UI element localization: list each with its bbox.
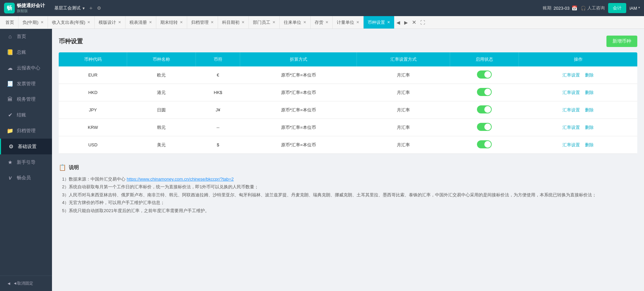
tab-close-icon[interactable]: ✕ — [87, 20, 90, 25]
currency-table: 币种代码 币种名称 币符 折算方式 汇率设置方式 启用状态 操作 EUR 欧元 … — [59, 52, 637, 154]
sidebar-item-settings[interactable]: ⚙ 基础设置 — [0, 139, 52, 154]
checkout-icon: ✔ — [7, 112, 13, 118]
tab-taxbook[interactable]: 税表清册 ✕ — [125, 16, 156, 29]
rate-setting-link[interactable]: 汇率设置 — [562, 72, 580, 78]
sidebar-item-ledger[interactable]: 📒 总账 — [0, 44, 52, 60]
notes-item: 5）系统只能自动抓取2021年度后的汇率，之前年度汇率需要用户手工维护。 — [59, 207, 637, 214]
new-currency-button[interactable]: 新增币种 — [606, 36, 637, 47]
sidebar-item-member[interactable]: V 畅会员 — [0, 170, 52, 186]
cell-rate: 月汇率 — [357, 84, 450, 101]
rate-setting-link[interactable]: 汇率设置 — [562, 142, 580, 147]
tab-close-icon[interactable]: ✕ — [241, 20, 245, 25]
cell-rate: 月汇率 — [357, 101, 450, 119]
calendar-icon[interactable]: 📅 — [572, 5, 577, 11]
app-logo: 畅 畅捷通好会计 旗舰版 — [4, 3, 51, 13]
cell-symbol: HK$ — [196, 84, 240, 101]
sidebar-item-archive[interactable]: 📁 归档管理 — [0, 123, 52, 139]
toggle-enabled[interactable] — [477, 140, 492, 148]
sidebar-label-tax: 税务管理 — [17, 96, 36, 102]
tab-close-all-button[interactable]: ✕ — [410, 18, 418, 27]
sidebar-item-checkout[interactable]: ✔ 结账 — [0, 107, 52, 123]
table-row: JPY 日圆 J¥ 原币*汇率=本位币 月汇率 汇率设置 删除 — [59, 101, 637, 119]
tab-close-icon[interactable]: ✕ — [303, 20, 306, 25]
tab-subject[interactable]: 科目期初 ✕ — [218, 16, 249, 29]
add-icon[interactable]: ＋ — [88, 5, 94, 12]
delete-link[interactable]: 删除 — [585, 90, 594, 95]
cell-actions: 汇率设置 删除 — [519, 101, 637, 119]
sidebar-item-guide[interactable]: ★ 新手引导 — [0, 154, 52, 170]
tab-close-icon[interactable]: ✕ — [118, 20, 121, 25]
tab-measure[interactable]: 计量单位 ✕ — [333, 16, 364, 29]
notes-link[interactable]: https://www.chinamoney.com.cn/chinese/bk… — [127, 177, 234, 182]
delete-link[interactable]: 删除 — [585, 107, 594, 112]
tab-close-icon[interactable]: ✕ — [180, 20, 183, 25]
tab-close-icon[interactable]: ✕ — [356, 20, 359, 25]
delete-link[interactable]: 删除 — [585, 72, 594, 78]
rate-setting-link[interactable]: 汇率设置 — [562, 125, 580, 130]
tab-home[interactable]: 首页 — [1, 16, 18, 29]
rate-setting-link[interactable]: 汇率设置 — [562, 90, 580, 95]
cell-name: 港元 — [127, 84, 196, 101]
toggle-enabled[interactable] — [477, 123, 492, 131]
sidebar-label-checkout: 结账 — [17, 112, 26, 118]
cell-actions: 汇率设置 删除 — [519, 119, 637, 136]
toggle-enabled[interactable] — [477, 88, 492, 96]
cell-rate: 月汇率 — [357, 66, 450, 84]
tab-period-close[interactable]: 期末结转 ✕ — [156, 16, 187, 29]
tab-next-button[interactable]: ▶ — [402, 18, 410, 27]
table-row: HKD 港元 HK$ 原币*汇率=本位币 月汇率 汇率设置 删除 — [59, 84, 637, 101]
toggle-enabled[interactable] — [477, 105, 492, 113]
logo-icon: 畅 — [4, 3, 15, 13]
headset-icon: 🎧 — [581, 6, 586, 11]
cell-calc: 原币*汇率=本位币 — [240, 66, 357, 84]
table-row: EUR 欧元 € 原币*汇率=本位币 月汇率 汇率设置 删除 — [59, 66, 637, 84]
tab-dept[interactable]: 部门员工 ✕ — [249, 16, 280, 29]
sidebar-label-member: 畅会员 — [17, 175, 31, 181]
toggle-enabled[interactable] — [477, 70, 492, 79]
cell-actions: 汇率设置 删除 — [519, 66, 637, 84]
cell-symbol: -- — [196, 119, 240, 136]
pin-icon: ◄ — [7, 281, 11, 286]
notes-item: 4）无官方牌价的币种，可以用户手工维护汇率信息； — [59, 199, 637, 206]
notes-list: 1）数据来源：中国外汇交易中心 https://www.chinamoney.c… — [59, 175, 637, 214]
tab-close-icon[interactable]: ✕ — [325, 20, 328, 25]
tab-archive[interactable]: 归档管理 ✕ — [187, 16, 218, 29]
th-name: 币种名称 — [127, 52, 196, 66]
layout: ⌂ 首页 📒 总账 ☁ 云报表中心 🧾 发票管理 🏛 税务管理 ✔ 结账 📁 归… — [0, 29, 644, 291]
tab-close-icon[interactable]: ✕ — [149, 20, 152, 25]
sidebar: ⌂ 首页 📒 总账 ☁ 云报表中心 🧾 发票管理 🏛 税务管理 ✔ 结账 📁 归… — [0, 29, 52, 291]
settings-icon[interactable]: ⚙ — [97, 5, 101, 11]
tab-close-icon[interactable]: ✕ — [211, 20, 214, 25]
tab-close-icon[interactable]: ✕ — [41, 20, 44, 25]
sidebar-pin-button[interactable]: ◄ ◄取消固定 — [0, 276, 52, 291]
tab-contacts[interactable]: 往来单位 ✕ — [280, 16, 311, 29]
kuaiji-button[interactable]: 会计 — [608, 3, 626, 13]
sidebar-label-report: 云报表中心 — [17, 65, 40, 71]
ledger-icon: 📒 — [7, 49, 13, 55]
tab-close-icon[interactable]: ✕ — [387, 20, 390, 25]
sidebar-item-report[interactable]: ☁ 云报表中心 — [0, 60, 52, 76]
dropdown-icon: ▾ — [83, 6, 85, 11]
sidebar-item-invoice[interactable]: 🧾 发票管理 — [0, 76, 52, 92]
tab-inventory[interactable]: 存货 ✕ — [311, 16, 333, 29]
tab-expand-button[interactable]: ⛶ — [418, 18, 427, 27]
company-name: 基层工会测试 — [54, 5, 80, 11]
delete-link[interactable]: 删除 — [585, 125, 594, 130]
tab-mid[interactable]: 负(中期) ✕ — [18, 16, 48, 29]
sidebar-item-tax[interactable]: 🏛 税务管理 — [0, 92, 52, 107]
service-button[interactable]: 🎧 人工咨询 — [581, 5, 605, 11]
tab-annual[interactable]: 收入支出表(年报) ✕ — [48, 16, 95, 29]
tab-currency[interactable]: 币种设置 ✕ — [364, 16, 394, 29]
tab-template[interactable]: 模版设计 ✕ — [95, 16, 125, 29]
tab-close-icon[interactable]: ✕ — [272, 20, 275, 25]
company-selector[interactable]: 基层工会测试 ▾ ＋ ⚙ — [54, 5, 533, 12]
period-value: 2023-03 — [553, 6, 570, 11]
cell-symbol: J¥ — [196, 101, 240, 119]
user-info: iAM * — [630, 6, 640, 11]
sidebar-item-home[interactable]: ⌂ 首页 — [0, 29, 52, 44]
cell-code: KRW — [59, 119, 127, 136]
delete-link[interactable]: 删除 — [585, 142, 594, 147]
rate-setting-link[interactable]: 汇率设置 — [562, 107, 580, 112]
sidebar-label-invoice: 发票管理 — [17, 81, 36, 87]
tab-prev-button[interactable]: ◀ — [394, 18, 402, 27]
